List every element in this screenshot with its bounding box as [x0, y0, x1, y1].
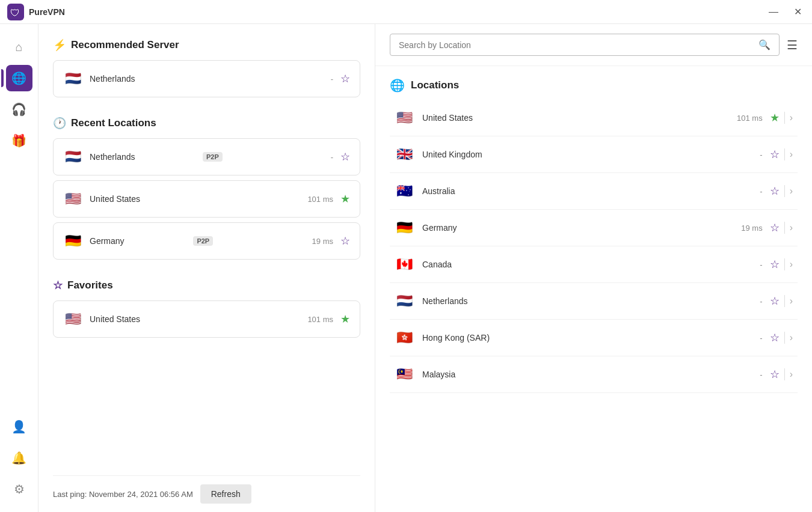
- location-row-ca[interactable]: 🇨🇦 Canada - ☆ ›: [390, 246, 798, 283]
- loc-nl-flag: 🇳🇱: [395, 291, 414, 311]
- locations-header: 🌐 Locations: [390, 71, 798, 100]
- sidebar-item-support[interactable]: 🎧: [6, 96, 32, 123]
- loc-us-star[interactable]: ★: [770, 111, 780, 124]
- divider: [784, 295, 785, 307]
- app-body: ⌂ 🌐 🎧 🎁 👤 🔔 ⚙ ⚡ Recommended Server 🇳🇱 Ne…: [0, 24, 812, 512]
- loc-nl-star[interactable]: ☆: [770, 294, 780, 308]
- location-row-uk[interactable]: 🇬🇧 United Kingdom - ☆ ›: [390, 136, 798, 173]
- refresh-button[interactable]: Refresh: [200, 484, 251, 504]
- minimize-button[interactable]: —: [766, 5, 781, 19]
- sidebar-item-settings[interactable]: ⚙: [6, 476, 32, 502]
- loc-de-chevron[interactable]: ›: [790, 222, 793, 233]
- search-input[interactable]: [399, 40, 754, 50]
- last-ping-text: Last ping: November 24, 2021 06:56 AM: [53, 490, 193, 499]
- clock-icon: 🕐: [53, 117, 66, 130]
- search-box[interactable]: 🔍: [390, 34, 780, 56]
- recent-nl-star[interactable]: ☆: [340, 150, 350, 163]
- loc-my-flag: 🇲🇾: [395, 365, 414, 384]
- location-row-us[interactable]: 🇺🇸 United States 101 ms ★ ›: [390, 100, 798, 136]
- loc-ca-name: Canada: [422, 260, 760, 269]
- loc-uk-flag: 🇬🇧: [395, 145, 414, 164]
- recommended-server-name: Netherlands: [90, 74, 331, 84]
- de-flag: 🇩🇪: [63, 231, 82, 251]
- us-flag: 🇺🇸: [63, 189, 82, 209]
- sidebar-item-notifications[interactable]: 🔔: [6, 445, 32, 471]
- sidebar-item-account[interactable]: 👤: [6, 413, 32, 440]
- loc-ca-star[interactable]: ☆: [770, 258, 780, 271]
- loc-ca-chevron[interactable]: ›: [790, 259, 793, 270]
- loc-ca-flag: 🇨🇦: [395, 255, 414, 274]
- recent-us-card[interactable]: 🇺🇸 United States 101 ms ★: [53, 180, 360, 218]
- recent-de-star[interactable]: ☆: [340, 234, 350, 248]
- loc-hk-ping: -: [760, 334, 762, 343]
- loc-au-name: Australia: [422, 186, 760, 196]
- favorites-us-card[interactable]: 🇺🇸 United States 101 ms ★: [53, 300, 360, 338]
- loc-au-ping: -: [760, 187, 762, 196]
- recent-netherlands-card[interactable]: 🇳🇱 Netherlands P2P - ☆: [53, 138, 360, 175]
- loc-nl-chevron[interactable]: ›: [790, 296, 793, 306]
- loc-au-flag: 🇦🇺: [395, 181, 414, 201]
- sidebar-item-home[interactable]: ⌂: [6, 34, 32, 60]
- fav-us-ping: 101 ms: [307, 315, 333, 324]
- recommended-server-title: ⚡ Recommended Server: [53, 38, 360, 52]
- recent-nl-ping: -: [331, 153, 333, 162]
- loc-my-ping: -: [760, 370, 762, 379]
- divider: [784, 258, 785, 270]
- app-title: PureVPN: [29, 7, 65, 17]
- loc-hk-chevron[interactable]: ›: [790, 332, 793, 343]
- recommended-server-star[interactable]: ☆: [340, 72, 350, 85]
- location-row-my[interactable]: 🇲🇾 Malaysia - ☆ ›: [390, 356, 798, 393]
- loc-de-star[interactable]: ☆: [770, 221, 780, 234]
- loc-uk-chevron[interactable]: ›: [790, 149, 793, 160]
- left-panel: ⚡ Recommended Server 🇳🇱 Netherlands - ☆ …: [38, 24, 375, 512]
- loc-us-ping: 101 ms: [737, 114, 763, 123]
- favorites-section: ☆ Favorites 🇺🇸 United States 101 ms ★: [53, 279, 360, 343]
- loc-uk-star[interactable]: ☆: [770, 148, 780, 161]
- divider: [784, 222, 785, 234]
- divider: [784, 148, 785, 160]
- fav-us-name: United States: [90, 314, 198, 324]
- loc-au-star[interactable]: ☆: [770, 184, 780, 198]
- loc-uk-ping: -: [760, 150, 762, 159]
- filter-icon: ☰: [787, 38, 798, 52]
- loc-my-name: Malaysia: [422, 370, 760, 379]
- recent-nl-name: Netherlands: [90, 152, 198, 162]
- fav-us-star[interactable]: ★: [340, 312, 350, 326]
- recommended-server-card[interactable]: 🇳🇱 Netherlands - ☆: [53, 60, 360, 97]
- divider: [784, 185, 785, 197]
- globe-icon: 🌐: [390, 78, 405, 93]
- loc-hk-star[interactable]: ☆: [770, 331, 780, 344]
- locations-list: 🌐 Locations 🇺🇸 United States 101 ms ★ › …: [375, 66, 812, 512]
- sidebar-item-gift[interactable]: 🎁: [6, 127, 32, 154]
- right-header: 🔍 ☰: [375, 24, 812, 66]
- loc-au-chevron[interactable]: ›: [790, 186, 793, 197]
- location-row-au[interactable]: 🇦🇺 Australia - ☆ ›: [390, 173, 798, 210]
- loc-de-name: Germany: [422, 223, 741, 233]
- recent-us-star[interactable]: ★: [340, 192, 350, 206]
- recommended-server-section: ⚡ Recommended Server 🇳🇱 Netherlands - ☆: [53, 38, 360, 102]
- loc-us-chevron[interactable]: ›: [790, 112, 793, 123]
- recent-locations-section: 🕐 Recent Locations 🇳🇱 Netherlands P2P - …: [53, 117, 360, 264]
- right-panel: 🔍 ☰ 🌐 Locations 🇺🇸 United States 101 ms …: [375, 24, 812, 512]
- location-row-de[interactable]: 🇩🇪 Germany 19 ms ☆ ›: [390, 210, 798, 246]
- recent-de-card[interactable]: 🇩🇪 Germany P2P 19 ms ☆: [53, 222, 360, 260]
- loc-hk-name: Hong Kong (SAR): [422, 333, 760, 343]
- location-row-hk[interactable]: 🇭🇰 Hong Kong (SAR) - ☆ ›: [390, 320, 798, 356]
- left-footer: Last ping: November 24, 2021 06:56 AM Re…: [53, 475, 360, 512]
- recent-de-name: Germany: [90, 236, 188, 246]
- recent-us-ping: 101 ms: [307, 195, 333, 204]
- sidebar-item-locations[interactable]: 🌐: [6, 65, 32, 91]
- nl-flag: 🇳🇱: [63, 147, 82, 166]
- loc-us-flag: 🇺🇸: [395, 108, 414, 127]
- loc-de-ping: 19 ms: [741, 224, 762, 233]
- loc-nl-name: Netherlands: [422, 296, 760, 306]
- close-button[interactable]: ✕: [790, 5, 805, 19]
- loc-my-star[interactable]: ☆: [770, 368, 780, 381]
- fav-us-flag: 🇺🇸: [63, 309, 82, 329]
- loc-uk-name: United Kingdom: [422, 150, 760, 159]
- location-row-nl[interactable]: 🇳🇱 Netherlands - ☆ ›: [390, 283, 798, 320]
- loc-my-chevron[interactable]: ›: [790, 369, 793, 380]
- loc-de-flag: 🇩🇪: [395, 218, 414, 237]
- filter-button[interactable]: ☰: [787, 38, 798, 52]
- divider: [784, 368, 785, 380]
